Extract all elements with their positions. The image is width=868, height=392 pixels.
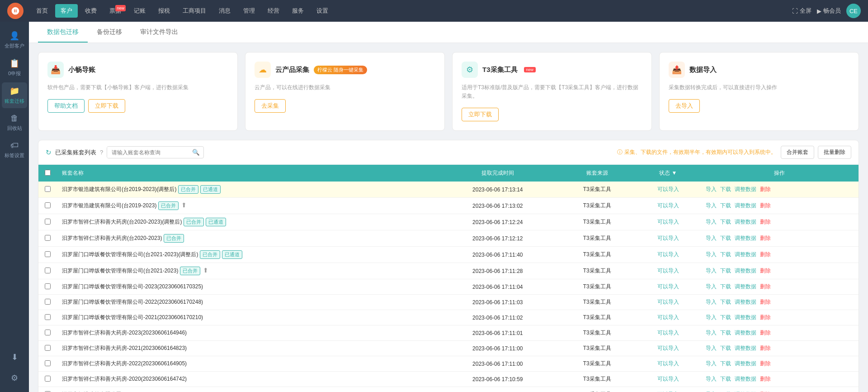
action-btn-删除[interactable]: 删除 (760, 345, 771, 351)
nav-business[interactable]: 工商项目 (177, 4, 212, 18)
tab-backup-migration[interactable]: 备份迁移 (88, 22, 131, 43)
sidebar-item-account-migration[interactable]: 📁 账套迁移 (2, 82, 27, 108)
action-btn-调整数据[interactable]: 调整数据 (735, 345, 756, 351)
row-checkbox[interactable] (45, 186, 51, 192)
action-btn-下载[interactable]: 下载 (720, 235, 731, 241)
action-btn-导入[interactable]: 导入 (706, 283, 717, 290)
cloud-upload-icon[interactable]: ⬆ (203, 267, 208, 274)
import-go-btn[interactable]: 去导入 (669, 99, 700, 113)
action-btn-删除[interactable]: 删除 (760, 251, 771, 258)
nav-setting[interactable]: 设置 (311, 4, 334, 18)
action-btn-下载[interactable]: 下载 (720, 251, 731, 258)
action-btn-调整数据[interactable]: 调整数据 (735, 186, 756, 192)
t3-download-btn[interactable]: 立即下载 (462, 108, 499, 121)
action-btn-导入[interactable]: 导入 (706, 299, 717, 305)
action-btn-下载[interactable]: 下载 (720, 283, 731, 290)
row-checkbox[interactable] (45, 251, 51, 257)
action-btn-调整数据[interactable]: 调整数据 (735, 235, 756, 241)
user-avatar[interactable]: CE (846, 4, 861, 18)
action-btn-导入[interactable]: 导入 (706, 314, 717, 320)
action-btn-下载[interactable]: 下载 (720, 202, 731, 209)
action-btn-调整数据[interactable]: 调整数据 (735, 376, 756, 382)
nav-service[interactable]: 服务 (287, 4, 309, 18)
action-btn-删除[interactable]: 删除 (760, 376, 771, 382)
nav-customer[interactable]: 客户 (55, 4, 78, 18)
search-input[interactable] (107, 147, 189, 158)
action-btn-下载[interactable]: 下载 (720, 314, 731, 320)
nav-manage[interactable]: 管理 (238, 4, 260, 18)
nav-operation[interactable]: 经营 (262, 4, 285, 18)
action-btn-调整数据[interactable]: 调整数据 (735, 251, 756, 258)
nav-message[interactable]: 消息 (213, 4, 236, 18)
nav-fee[interactable]: 收费 (80, 4, 102, 18)
action-btn-删除[interactable]: 删除 (760, 186, 771, 192)
action-btn-删除[interactable]: 删除 (760, 219, 771, 225)
row-checkbox[interactable] (45, 345, 51, 351)
action-btn-下载[interactable]: 下载 (720, 186, 731, 192)
nav-bookkeeping[interactable]: 记账 (128, 4, 151, 18)
batch-delete-button[interactable]: 批量删除 (818, 146, 851, 159)
row-checkbox[interactable] (45, 268, 51, 273)
select-all-checkbox[interactable] (45, 170, 51, 176)
cloud-upload-icon[interactable]: ⬆ (181, 201, 187, 209)
action-btn-导入[interactable]: 导入 (706, 235, 717, 241)
action-btn-导入[interactable]: 导入 (706, 330, 717, 336)
sidebar-item-tag-settings[interactable]: 🏷 标签设置 (2, 137, 27, 163)
help-icon[interactable]: ? (100, 149, 103, 156)
action-btn-删除[interactable]: 删除 (760, 202, 771, 209)
row-checkbox[interactable] (45, 299, 51, 305)
action-btn-下载[interactable]: 下载 (720, 268, 731, 274)
row-checkbox[interactable] (45, 330, 51, 335)
action-btn-导入[interactable]: 导入 (706, 268, 717, 274)
xiaochang-download-btn[interactable]: 立即下载 (88, 99, 125, 113)
xiaochang-help-btn[interactable]: 帮助文档 (47, 99, 85, 113)
cloud-collect-btn[interactable]: 去采集 (255, 99, 286, 113)
nav-tax[interactable]: 报税 (153, 4, 175, 18)
row-checkbox[interactable] (45, 314, 51, 320)
action-btn-导入[interactable]: 导入 (706, 360, 717, 367)
row-checkbox[interactable] (45, 360, 51, 366)
refresh-icon[interactable]: ↻ (46, 148, 52, 157)
sidebar-item-recycle[interactable]: 🗑 回收站 (2, 110, 27, 135)
action-btn-下载[interactable]: 下载 (720, 345, 731, 351)
action-btn-删除[interactable]: 删除 (760, 299, 771, 305)
merge-button[interactable]: 合并账套 (781, 146, 814, 159)
action-btn-删除[interactable]: 删除 (760, 283, 771, 290)
action-btn-删除[interactable]: 删除 (760, 268, 771, 274)
action-btn-调整数据[interactable]: 调整数据 (735, 202, 756, 209)
action-btn-导入[interactable]: 导入 (706, 219, 717, 225)
action-btn-下载[interactable]: 下载 (720, 376, 731, 382)
tab-audit-export[interactable]: 审计文件导出 (131, 22, 187, 43)
action-btn-下载[interactable]: 下载 (720, 330, 731, 336)
row-checkbox[interactable] (45, 376, 51, 382)
nav-home[interactable]: 首页 (31, 4, 53, 18)
action-btn-删除[interactable]: 删除 (760, 330, 771, 336)
action-btn-下载[interactable]: 下载 (720, 219, 731, 225)
tab-data-migration[interactable]: 数据包迁移 (38, 22, 88, 43)
action-btn-导入[interactable]: 导入 (706, 376, 717, 382)
row-checkbox[interactable] (45, 202, 51, 208)
action-btn-导入[interactable]: 导入 (706, 186, 717, 192)
action-btn-调整数据[interactable]: 调整数据 (735, 268, 756, 274)
action-btn-调整数据[interactable]: 调整数据 (735, 360, 756, 367)
member-button[interactable]: ▶ 畅会员 (817, 7, 841, 15)
action-btn-调整数据[interactable]: 调整数据 (735, 219, 756, 225)
row-checkbox[interactable] (45, 283, 51, 289)
action-btn-导入[interactable]: 导入 (706, 251, 717, 258)
fullscreen-button[interactable]: ⛶ 全屏 (792, 7, 811, 15)
action-btn-调整数据[interactable]: 调整数据 (735, 299, 756, 305)
row-checkbox[interactable] (45, 235, 51, 241)
action-btn-导入[interactable]: 导入 (706, 345, 717, 351)
action-btn-调整数据[interactable]: 调整数据 (735, 283, 756, 290)
sidebar-download-icon[interactable]: ⬇ (8, 349, 22, 366)
sidebar-settings-icon[interactable]: ⚙ (7, 369, 22, 387)
sidebar-item-all-clients[interactable]: 👤 全部客户 (2, 27, 27, 53)
sidebar-item-zero-report[interactable]: 📋 0申报 (2, 55, 27, 81)
nav-invoice[interactable]: 票据 new (104, 4, 127, 18)
action-btn-下载[interactable]: 下载 (720, 299, 731, 305)
action-btn-导入[interactable]: 导入 (706, 202, 717, 209)
row-checkbox[interactable] (45, 219, 51, 225)
action-btn-删除[interactable]: 删除 (760, 235, 771, 241)
action-btn-删除[interactable]: 删除 (760, 314, 771, 320)
action-btn-调整数据[interactable]: 调整数据 (735, 314, 756, 320)
